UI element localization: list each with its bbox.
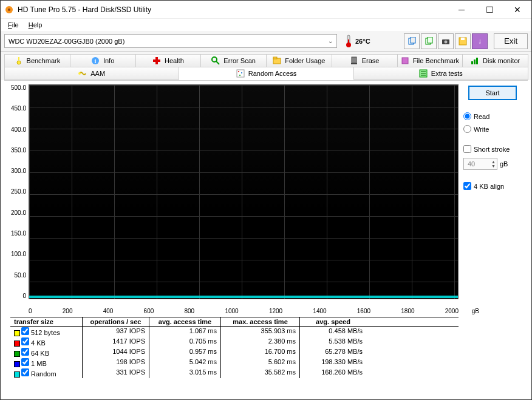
cell-size: 512 bytes: [10, 327, 82, 337]
left-pane: ms 500.0450.0400.0350.0300.0250.0200.015…: [10, 84, 459, 397]
tab-error-scan[interactable]: Error Scan: [200, 54, 267, 67]
cell-size: 1 MB: [10, 358, 82, 368]
series-swatch: [14, 341, 20, 347]
tab-file-benchmark[interactable]: File Benchmark: [397, 54, 463, 67]
maximize-button[interactable]: ☐: [476, 1, 503, 19]
series-swatch: [14, 361, 20, 367]
minimize-button[interactable]: ─: [448, 1, 476, 19]
right-pane: Start Read Write Short stroke 40 ▲▼ gB 4…: [463, 84, 522, 397]
svg-rect-23: [352, 57, 356, 63]
tab-icon: [471, 56, 479, 65]
svg-rect-14: [18, 57, 19, 60]
read-radio[interactable]: Read: [463, 112, 522, 120]
cell-avg_acc: 0.705 ms: [149, 337, 220, 347]
svg-rect-26: [471, 61, 473, 64]
toolbar-icons: ↓: [404, 33, 488, 49]
cell-ops: 331 IOPS: [82, 368, 149, 378]
tab-erase[interactable]: Erase: [332, 54, 398, 67]
cell-speed: 5.538 MB/s: [299, 337, 366, 347]
x-tick: 0: [29, 308, 32, 314]
cell-ops: 198 IOPS: [82, 358, 149, 368]
cell-max_acc: 2.380 ms: [220, 337, 299, 347]
tab-icon: [419, 69, 428, 78]
short-stroke-input[interactable]: 40 ▲▼: [463, 158, 497, 170]
content: ms 500.0450.0400.0350.0300.0250.0200.015…: [4, 80, 528, 399]
window-title: HD Tune Pro 5.75 - Hard Disk/SSD Utility: [18, 5, 448, 14]
write-radio[interactable]: Write: [463, 125, 522, 133]
options-button[interactable]: ↓: [472, 33, 488, 49]
col-header: avg. speed: [299, 317, 366, 326]
short-stroke-checkbox[interactable]: Short stroke: [463, 145, 522, 153]
svg-point-13: [17, 61, 21, 64]
tab-icon: [401, 56, 409, 65]
svg-rect-25: [402, 58, 408, 64]
menu-file[interactable]: File: [4, 20, 22, 30]
y-axis: ms 500.0450.0400.0350.0300.0250.0200.015…: [10, 84, 29, 308]
screenshot-button[interactable]: [438, 33, 454, 49]
align-checkbox[interactable]: 4 KB align: [463, 182, 522, 190]
series-checkbox[interactable]: [21, 327, 29, 335]
table-row: 1 MB198 IOPS5.042 ms5.602 ms198.330 MB/s: [10, 358, 459, 368]
tab-extra-tests[interactable]: Extra tests: [353, 67, 528, 80]
series-checkbox[interactable]: [21, 368, 29, 376]
menu-help[interactable]: Help: [25, 20, 46, 30]
svg-point-10: [445, 40, 448, 43]
tab-aam[interactable]: AAM: [4, 67, 179, 80]
tab-info[interactable]: iInfo: [70, 54, 136, 67]
exit-button[interactable]: Exit: [494, 33, 528, 49]
menubar: File Help: [1, 19, 531, 31]
cell-speed: 198.330 MB/s: [299, 358, 366, 368]
svg-point-33: [239, 75, 240, 76]
tab-icon: [152, 56, 161, 65]
series-swatch: [14, 371, 20, 378]
col-header: transfer size: [10, 317, 82, 326]
col-header: avg. access time: [149, 317, 220, 326]
cell-max_acc: 35.582 ms: [220, 368, 299, 378]
svg-line-20: [216, 61, 219, 64]
x-tick: 2000: [445, 308, 459, 314]
tab-random-access[interactable]: Random Access: [179, 67, 353, 80]
close-button[interactable]: ✕: [503, 1, 531, 19]
x-tick: 1800: [401, 308, 414, 314]
tab-folder-usage[interactable]: Folder Usage: [266, 54, 332, 67]
x-axis-unit: gB: [472, 308, 479, 314]
cell-max_acc: 16.700 ms: [220, 347, 299, 358]
save-button[interactable]: [455, 33, 471, 49]
copy-results-button[interactable]: [421, 33, 437, 49]
series-checkbox[interactable]: [21, 358, 29, 366]
cell-max_acc: 5.602 ms: [220, 358, 299, 368]
start-button[interactable]: Start: [468, 86, 517, 100]
x-tick: 1600: [357, 308, 370, 314]
col-header: max. access time: [220, 317, 299, 326]
svg-rect-6: [411, 37, 415, 43]
series-checkbox[interactable]: [21, 337, 29, 345]
tab-benchmark[interactable]: Benchmark: [4, 54, 70, 67]
svg-rect-28: [476, 58, 478, 64]
copy-info-button[interactable]: [404, 33, 420, 49]
cell-ops: 1044 IOPS: [82, 347, 149, 358]
tab-disk-monitor[interactable]: Disk monitor: [462, 54, 528, 67]
series-swatch: [14, 330, 20, 336]
x-tick: 200: [63, 308, 73, 314]
chart-area: ms 500.0450.0400.0350.0300.0250.0200.015…: [10, 84, 459, 308]
cell-speed: 0.458 MB/s: [299, 327, 366, 337]
cell-size: 64 KB: [10, 347, 82, 358]
x-tick: 1000: [225, 308, 238, 314]
table-row: 512 bytes937 IOPS1.067 ms355.903 ms0.458…: [10, 327, 459, 337]
table-row: Random331 IOPS3.015 ms35.582 ms168.260 M…: [10, 368, 459, 378]
spinner-icon[interactable]: ▲▼: [491, 160, 496, 168]
x-tick: 1400: [313, 308, 326, 314]
cell-size: 4 KB: [10, 337, 82, 347]
col-header: operations / sec: [82, 317, 149, 326]
tab-health[interactable]: Health: [135, 54, 202, 67]
series-swatch: [14, 351, 20, 357]
y-tick: 450.0: [11, 105, 26, 112]
drive-select-value: WDC WD20EZAZ-00GGJB0 (2000 gB): [9, 38, 124, 45]
y-tick: 100.0: [11, 251, 26, 257]
y-tick: 500.0: [11, 84, 26, 91]
y-tick: 400.0: [11, 126, 26, 133]
series-checkbox[interactable]: [21, 348, 29, 356]
svg-rect-4: [348, 39, 349, 44]
drive-select[interactable]: WDC WD20EZAZ-00GGJB0 (2000 gB) ⌄: [4, 34, 337, 48]
table-row: 4 KB1417 IOPS0.705 ms2.380 ms5.538 MB/s: [10, 337, 459, 347]
